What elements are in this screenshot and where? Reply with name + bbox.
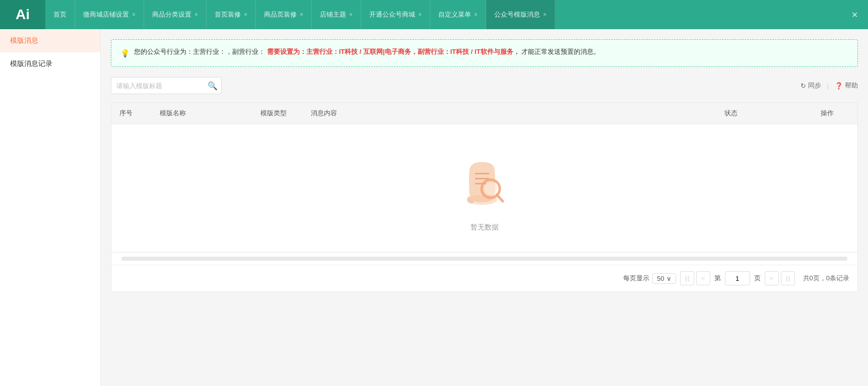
empty-text: 暂无数据 [471, 223, 499, 232]
sidebar: 模版消息 模版消息记录 [0, 29, 101, 386]
nav-tab-2[interactable]: 商品分类设置× [144, 0, 207, 29]
chevron-down-icon: ∨ [666, 275, 672, 282]
prev-page-button[interactable]: ＜ [696, 271, 710, 285]
close-all-button[interactable]: ✕ [841, 10, 868, 20]
nav-tab-6[interactable]: 开通公众号商城× [361, 0, 430, 29]
sync-icon: ↻ [800, 82, 806, 90]
nav-tab-3[interactable]: 首页装修× [207, 0, 256, 29]
page-number-input[interactable] [725, 271, 750, 285]
sync-button[interactable]: ↻ 同步 [800, 81, 821, 90]
top-nav: Ai 首页微商城店铺设置×商品分类设置×首页装修×商品页装修×店铺主题×开通公众… [0, 0, 868, 29]
nav-tab-8[interactable]: 公众号模版消息× [486, 0, 555, 29]
nav-tab-5[interactable]: 店铺主题× [312, 0, 361, 29]
page-size-dropdown[interactable]: 50 ∨ [652, 273, 676, 284]
help-icon: ❓ [835, 82, 843, 90]
first-page-button[interactable]: ⟨⟨ [680, 271, 694, 285]
svg-point-5 [484, 182, 497, 195]
layout: 模版消息 模版消息记录 💡 您的公众号行业为：主营行业：，副营行业： 需要设置为… [0, 29, 868, 386]
alert-icon: 💡 [120, 47, 130, 59]
tab-close-icon-1[interactable]: × [132, 11, 136, 18]
sidebar-item-template-message[interactable]: 模版消息 [0, 29, 100, 52]
tab-close-icon-7[interactable]: × [474, 11, 478, 18]
search-bar: 🔍 ↻ 同步 | ❓ 帮助 [111, 77, 858, 94]
alert-box: 💡 您的公众号行业为：主营行业：，副营行业： 需要设置为：主营行业：IT科技 /… [111, 39, 858, 67]
nav-tab-7[interactable]: 自定义菜单× [430, 0, 486, 29]
page-total: 共0页，0条记录 [803, 274, 849, 283]
th-no: 序号 [111, 103, 152, 124]
sidebar-item-template-message-record[interactable]: 模版消息记录 [0, 52, 100, 75]
tab-close-icon-4[interactable]: × [300, 11, 303, 18]
tab-close-icon-2[interactable]: × [194, 11, 198, 18]
logo: Ai [0, 0, 45, 29]
search-input[interactable] [111, 77, 222, 94]
top-actions: ↻ 同步 | ❓ 帮助 [800, 81, 858, 90]
th-content: 消息内容 [303, 103, 716, 124]
th-name: 模版名称 [152, 103, 252, 124]
nav-tab-4[interactable]: 商品页装修× [256, 0, 312, 29]
page-size-select: 每页显示 50 ∨ [623, 273, 676, 284]
table-header: 序号 模版名称 模版类型 消息内容 状态 操作 [111, 103, 857, 124]
th-action: 操作 [797, 103, 857, 124]
tab-close-icon-6[interactable]: × [418, 11, 422, 18]
search-icon[interactable]: 🔍 [208, 81, 218, 91]
main-content: 💡 您的公众号行业为：主营行业：，副营行业： 需要设置为：主营行业：IT科技 /… [101, 29, 868, 386]
nav-tab-0[interactable]: 首页 [45, 0, 75, 29]
alert-highlight-text: 需要设置为：主营行业：IT科技 / 互联网|电子商务，副营行业：IT科技 / I… [267, 48, 520, 55]
pagination: 每页显示 50 ∨ ⟨⟨ ＜ 第 页 ＞ ⟩⟩ 共0页，0条记录 [111, 265, 857, 291]
divider: | [827, 82, 829, 90]
tab-close-icon-8[interactable]: × [543, 11, 547, 18]
th-status: 状态 [716, 103, 797, 124]
next-page-button[interactable]: ＞ [765, 271, 779, 285]
tab-close-icon-3[interactable]: × [244, 11, 247, 18]
empty-state: 暂无数据 [111, 124, 857, 252]
scroll-bar-area [111, 252, 857, 265]
nav-tab-1[interactable]: 微商城店铺设置× [75, 0, 144, 29]
last-page-button[interactable]: ⟩⟩ [781, 271, 795, 285]
th-type: 模版类型 [252, 103, 303, 124]
data-table: 序号 模版名称 模版类型 消息内容 状态 操作 [111, 102, 858, 292]
help-button[interactable]: ❓ 帮助 [835, 81, 858, 90]
tab-close-icon-5[interactable]: × [349, 11, 353, 18]
empty-illustration [454, 155, 515, 215]
horizontal-scrollbar[interactable] [121, 257, 847, 261]
nav-tabs: 首页微商城店铺设置×商品分类设置×首页装修×商品页装修×店铺主题×开通公众号商城… [45, 0, 841, 29]
alert-text: 您的公众号行业为：主营行业：，副营行业： 需要设置为：主营行业：IT科技 / 互… [134, 47, 600, 57]
svg-line-6 [497, 195, 503, 201]
page-nav: ⟨⟨ ＜ 第 页 ＞ ⟩⟩ [680, 271, 795, 285]
search-input-wrap: 🔍 [111, 77, 222, 94]
